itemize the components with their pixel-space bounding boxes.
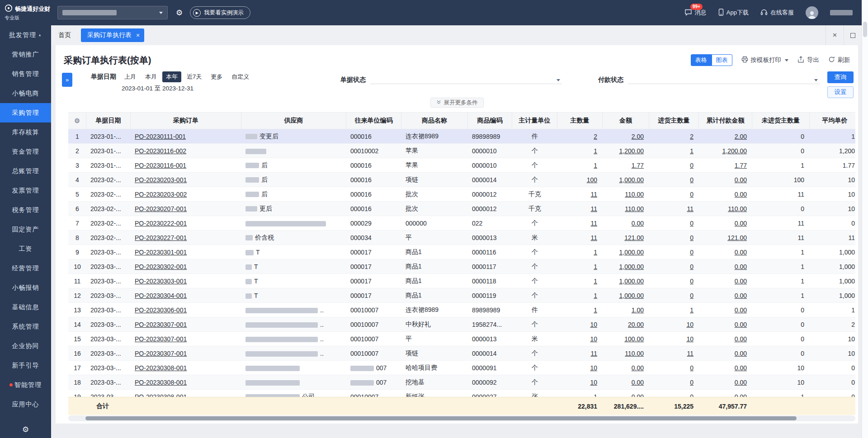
paid-amount-link[interactable]: 1.77 [735,162,747,169]
qty-link[interactable]: 10 [590,379,597,386]
sidebar-item[interactable]: 应用中心 [0,395,51,414]
table-row[interactable]: 142023-03-...PO-20230307-001..00010007中秋… [68,317,855,332]
paid-amount-link[interactable]: 110.00 [728,205,747,212]
paid-amount-link[interactable]: 0.00 [735,335,747,343]
received-qty-link[interactable]: 0 [690,176,693,184]
qty-link[interactable]: 1 [594,306,597,314]
support-button[interactable]: 在线客服 [760,9,794,17]
paid-amount-link[interactable]: 0.00 [735,379,747,386]
sidebar-item[interactable]: 库存核算 [0,122,51,142]
amount-link[interactable]: 110.00 [625,350,644,357]
settings-button[interactable]: 设置 [827,86,854,98]
date-chip[interactable]: 本月 [142,71,160,82]
table-row[interactable]: 182023-03-...PO-20230308-001007挖地基000009… [68,375,855,390]
po-link[interactable]: PO-20230227-001 [135,234,187,241]
received-qty-link[interactable]: 0 [690,393,693,397]
received-qty-link[interactable]: 11 [687,205,693,212]
table-row[interactable]: 102023-03-...PO-20230302-001T000017商品100… [68,259,855,274]
tab-home[interactable]: 首页 [58,31,71,39]
po-link[interactable]: PO-20230116-001 [135,162,186,169]
table-row[interactable]: 22023-01-...PO-20230116-00200010002苹果000… [68,144,855,158]
scrollbar-thumb[interactable] [85,416,797,420]
export-button[interactable]: 导出 [797,56,819,64]
received-qty-link[interactable]: 0 [690,263,693,270]
date-chip[interactable]: 近7天 [183,71,205,82]
demo-button[interactable]: ▶ 我要看实例演示 [190,6,250,19]
amount-link[interactable]: 1,000.00 [619,249,644,256]
amount-link[interactable]: 0.00 [632,364,644,372]
sidebar-item[interactable]: 总账管理 [0,161,51,181]
qty-link[interactable]: 1 [594,147,597,155]
sidebar-item[interactable]: 小畅电商 [0,84,51,103]
qty-link[interactable]: 11 [590,350,597,357]
amount-link[interactable]: 1,000.00 [619,176,644,184]
sidebar-item[interactable]: 企业协同 [0,336,51,356]
sidebar-item[interactable]: 采购管理 [0,103,51,122]
table-row[interactable]: 32023-01-...PO-20230116-001后000016苹果0000… [68,158,855,173]
sidebar-item[interactable]: 批发管理▲ [0,25,51,45]
table-row[interactable]: 72023-02-...PO-20230222-0010000290000000… [68,216,855,231]
po-link[interactable]: PO-20230207-001 [135,205,187,212]
received-qty-link[interactable]: 0 [690,191,693,198]
po-link[interactable]: PO-20230222-001 [135,220,187,227]
received-qty-link[interactable]: 0 [690,364,693,372]
sidebar-item[interactable]: 工资 [0,239,51,259]
refresh-button[interactable]: 刷新 [828,56,850,64]
print-button[interactable]: 按模板打印 [741,56,789,64]
amount-link[interactable]: 1.00 [632,306,644,314]
paid-amount-link[interactable]: 0.00 [735,263,747,270]
qty-link[interactable]: 1 [594,249,597,256]
sidebar-item[interactable]: 小畅报销 [0,278,51,297]
paid-amount-link[interactable]: 121.00 [727,234,747,241]
column-settings-gear-icon[interactable]: ⚙ [68,113,86,129]
received-qty-link[interactable]: 2 [690,133,693,140]
sidebar-item[interactable]: 新手引导 [0,356,51,375]
sidebar-item[interactable]: 税务管理 [0,200,51,220]
table-row[interactable]: 92023-03-...PO-20230301-001T000017商品1000… [68,245,855,259]
po-link[interactable]: PO-20230307-001 [135,321,187,328]
received-qty-link[interactable]: 0 [690,162,693,169]
qty-link[interactable]: 1 [594,393,597,397]
qty-link[interactable]: 100 [587,176,597,184]
sidebar-item[interactable]: 系统管理 [0,317,51,336]
po-link[interactable]: PO-20230302-001 [135,263,187,270]
received-qty-link[interactable]: 11 [687,350,693,357]
table-row[interactable]: 122023-03-...PO-20230304-001T000017商品100… [68,288,855,303]
sidebar-item[interactable]: 智能管理 [0,375,51,395]
paid-amount-link[interactable]: 0.00 [735,292,747,299]
po-link[interactable]: PO-20230306-001 [135,306,187,314]
amount-link[interactable]: 100.00 [624,335,644,343]
received-qty-link[interactable]: 0 [690,379,693,386]
received-qty-link[interactable]: 0 [690,278,693,285]
sidebar-item[interactable]: 发票管理 [0,181,51,200]
qty-link[interactable]: 2 [594,133,597,140]
table-row[interactable]: 132023-03-...PO-20230306-001..00010007连衣… [68,303,855,317]
po-link[interactable]: PO-20230116-002 [135,147,186,155]
paid-amount-link[interactable]: 0.00 [735,249,747,256]
qty-link[interactable]: 10 [590,335,597,343]
table-row[interactable]: 52023-02-...PO-20230203-002后000016批次0000… [68,187,855,202]
paid-amount-link[interactable]: 0.00 [735,220,747,227]
amount-link[interactable]: 1,200.00 [619,147,644,155]
amount-link[interactable]: 0.00 [632,220,644,227]
amount-link[interactable]: 0.00 [632,393,644,397]
sidebar-item[interactable]: 营销推广 [0,45,51,64]
po-link[interactable]: PO-20230203-002 [135,191,187,198]
po-link[interactable]: PO-20230303-001 [135,278,187,285]
amount-link[interactable]: 110.00 [625,205,644,212]
amount-link[interactable]: 1,000.00 [619,278,644,285]
close-all-tabs-icon[interactable]: × [826,25,844,45]
date-chip[interactable]: 上月 [121,71,140,82]
amount-link[interactable]: 121.00 [624,234,644,241]
qty-link[interactable]: 11 [590,220,597,227]
vertical-scrollbar-thumb[interactable] [863,22,867,37]
amount-link[interactable]: 110.00 [625,191,644,198]
sidebar-item[interactable]: 销售管理 [0,64,51,84]
table-row[interactable]: 192023-03-...PO-20230308-001公司00010007新纸… [68,390,855,397]
qty-link[interactable]: 10 [590,321,597,328]
qty-link[interactable]: 10 [590,364,597,372]
po-link[interactable]: PO-20230203-001 [135,176,187,184]
paid-amount-link[interactable]: 0.00 [735,191,747,198]
amount-link[interactable]: 0.00 [632,379,644,386]
received-qty-link[interactable]: 0 [690,234,693,241]
